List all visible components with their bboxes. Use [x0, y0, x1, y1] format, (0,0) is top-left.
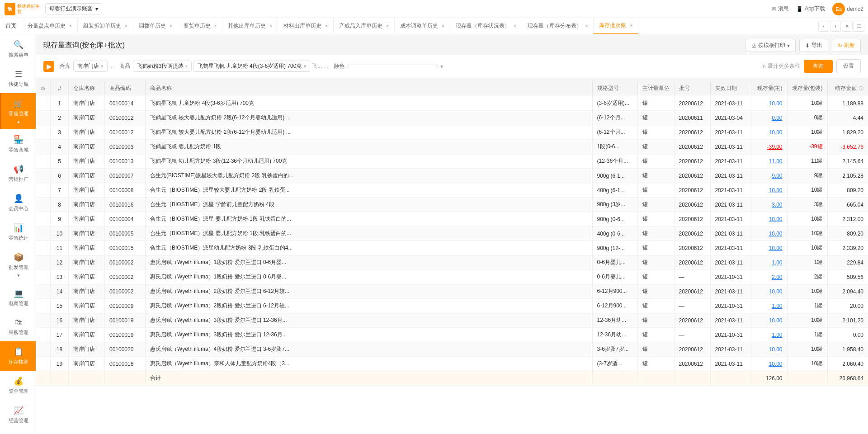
sidebar-item-retail-stat[interactable]: 📊 零售统计: [0, 217, 36, 247]
sidebar-item-operations[interactable]: 📈 经营管理: [0, 400, 36, 429]
color-input[interactable]: [347, 65, 438, 68]
stock-main-value[interactable]: 10.00: [769, 129, 782, 136]
row-stock-main[interactable]: 11.00: [751, 154, 787, 169]
close-icon[interactable]: ×: [514, 24, 516, 28]
product-tag-1[interactable]: 飞鹤奶粉3段两提装 ×: [133, 61, 192, 72]
warehouse-more[interactable]: ...: [109, 63, 114, 70]
stock-main-value[interactable]: -39.00: [767, 144, 782, 150]
row-stock-main[interactable]: 10.00: [751, 226, 787, 241]
stock-main-value[interactable]: 2.00: [772, 274, 782, 280]
balance-info-icon[interactable]: ⓘ: [859, 86, 863, 91]
tab-kucunpici[interactable]: 库存批次账 ×: [594, 18, 638, 34]
row-stock-main[interactable]: 1.00: [751, 299, 787, 313]
close-icon[interactable]: ×: [125, 24, 127, 28]
stock-main-value[interactable]: 10.00: [769, 361, 782, 367]
app-download-btn[interactable]: 📱 App下载: [796, 5, 825, 13]
account-selector[interactable]: 母婴行业演示账套 ▾: [45, 3, 102, 14]
product-more[interactable]: 飞...: [312, 62, 322, 70]
close-icon[interactable]: ×: [386, 24, 389, 28]
settings-icon[interactable]: ⚙: [41, 85, 46, 92]
row-stock-main[interactable]: 3.00: [751, 198, 787, 212]
row-stock-main[interactable]: 10.00: [751, 342, 787, 357]
row-stock-main[interactable]: 10.00: [751, 212, 787, 226]
close-icon[interactable]: ×: [214, 24, 217, 28]
stock-main-value[interactable]: 0.00: [772, 115, 782, 121]
stock-main-value[interactable]: 1.00: [772, 303, 782, 309]
sidebar-item-wholesale[interactable]: 📦 批发管理 ▼: [0, 247, 36, 283]
row-stock-main[interactable]: 0.00: [751, 111, 787, 125]
tab-chengbentiaoj[interactable]: 成本调整单历史 ×: [395, 18, 450, 34]
stock-main-value[interactable]: 10.00: [769, 245, 782, 251]
warehouse-tag-close[interactable]: ×: [101, 64, 104, 69]
row-stock-main[interactable]: 10.00: [751, 96, 787, 111]
product-tag-2-close[interactable]: ×: [303, 64, 306, 69]
stock-main-value[interactable]: 10.00: [769, 216, 782, 222]
query-btn[interactable]: 查询: [804, 60, 833, 73]
stock-main-value[interactable]: 9.00: [772, 173, 782, 179]
sidebar-item-marketing[interactable]: 📢 营销推广: [0, 159, 36, 188]
warehouse-tag[interactable]: 南岸门店 ×: [73, 61, 108, 72]
tab-chengchengruku[interactable]: 产成品入库单历史 ×: [334, 18, 395, 34]
tab-xianccunzhuangkuang[interactable]: 现存量（库存状况表） ×: [450, 18, 522, 34]
row-stock-main[interactable]: 10.00: [751, 183, 787, 198]
sidebar-item-quicknav[interactable]: ☰ 快捷导航: [0, 64, 36, 93]
row-stock-main[interactable]: 2.00: [751, 270, 787, 284]
tab-close-btn[interactable]: ×: [842, 21, 853, 32]
product-tag-1-close[interactable]: ×: [185, 64, 188, 69]
close-icon[interactable]: ×: [69, 24, 72, 28]
close-icon[interactable]: ×: [269, 24, 272, 28]
stock-main-value[interactable]: 10.00: [769, 100, 782, 107]
row-stock-main[interactable]: 10.00: [751, 313, 787, 328]
sidebar-item-finance[interactable]: 💰 资金管理: [0, 371, 36, 400]
tab-prev-btn[interactable]: ‹: [818, 21, 829, 32]
sidebar-item-retail-mgmt[interactable]: 🛒 零售管理 ▲: [0, 93, 36, 129]
sidebar-item-search[interactable]: 🔍 搜索英单: [0, 34, 36, 64]
expand-conditions-btn[interactable]: ⊞ 展开更多条件: [761, 62, 800, 70]
setting-btn[interactable]: 设置: [836, 59, 861, 73]
close-icon[interactable]: ×: [630, 23, 632, 28]
product-tag-2[interactable]: 飞鹤星飞帆 儿童奶粉 4段(3-6岁适用) 700克 ×: [193, 61, 310, 72]
close-icon[interactable]: ×: [585, 24, 588, 28]
tab-home[interactable]: 首页: [0, 18, 22, 34]
row-stock-main[interactable]: -39.00: [751, 140, 787, 154]
message-btn[interactable]: ✉ 消息: [772, 5, 789, 13]
expand-filter-btn[interactable]: ▶: [43, 61, 54, 72]
tab-fenliangpandian[interactable]: 分量盘点单历史 ×: [22, 18, 78, 34]
sidebar-item-purchase[interactable]: 🛍 采购管理: [0, 312, 36, 341]
stock-main-value[interactable]: 10.00: [769, 317, 782, 324]
product-more-btn[interactable]: ...: [324, 63, 328, 70]
tab-next-btn[interactable]: ›: [830, 21, 841, 32]
sidebar-item-basic-info[interactable]: ℹ 基础信息: [0, 429, 36, 434]
row-stock-main[interactable]: 9.00: [751, 169, 787, 183]
row-stock-main[interactable]: 10.00: [751, 125, 787, 140]
tab-qitachuku[interactable]: 其他出库单历史 ×: [222, 18, 278, 34]
tab-xiancunfenbu[interactable]: 现存量（库存分布表） ×: [522, 18, 594, 34]
stock-main-value[interactable]: 11.00: [769, 158, 782, 165]
row-stock-main[interactable]: 10.00: [751, 357, 787, 371]
row-stock-main[interactable]: 1.00: [751, 328, 787, 342]
tab-menu-btn[interactable]: ☰: [854, 21, 864, 32]
export-btn[interactable]: ⬇ 导出: [799, 39, 828, 52]
sidebar-item-retail-mall[interactable]: 🏪 零售商城: [0, 129, 36, 159]
sidebar-item-inventory[interactable]: 📋 库存核算: [0, 341, 36, 371]
stock-main-value[interactable]: 10.00: [769, 346, 782, 353]
stock-main-value[interactable]: 1.00: [772, 259, 782, 266]
tab-zuzhuangchaiqian[interactable]: 组装拆卸单历史 ×: [78, 18, 133, 34]
sidebar-item-ecommerce[interactable]: 💻 电商管理: [0, 283, 36, 312]
close-icon[interactable]: ×: [170, 24, 172, 28]
user-area[interactable]: Ea demo2: [832, 3, 863, 15]
row-stock-main[interactable]: 10.00: [751, 241, 787, 255]
stock-main-value[interactable]: 10.00: [769, 231, 782, 237]
stock-main-value[interactable]: 10.00: [769, 187, 782, 193]
stock-main-value[interactable]: 3.00: [772, 202, 782, 208]
close-icon[interactable]: ×: [325, 24, 328, 28]
stock-main-value[interactable]: 1.00: [772, 332, 782, 338]
close-icon[interactable]: ×: [442, 24, 444, 28]
print-btn[interactable]: 🖨 按模板打印 ▾: [745, 39, 796, 52]
stock-main-value[interactable]: 10.00: [769, 288, 782, 295]
tab-yaohuo[interactable]: 要货单历史 ×: [178, 18, 223, 34]
sidebar-item-member[interactable]: 👤 会员中心: [0, 188, 36, 217]
refresh-btn[interactable]: ↻ 刷新: [832, 39, 861, 52]
tab-cailiaochuku[interactable]: 材料出库单历史 ×: [278, 18, 334, 34]
tab-diaobodanl[interactable]: 调拨单历史 ×: [133, 18, 178, 34]
